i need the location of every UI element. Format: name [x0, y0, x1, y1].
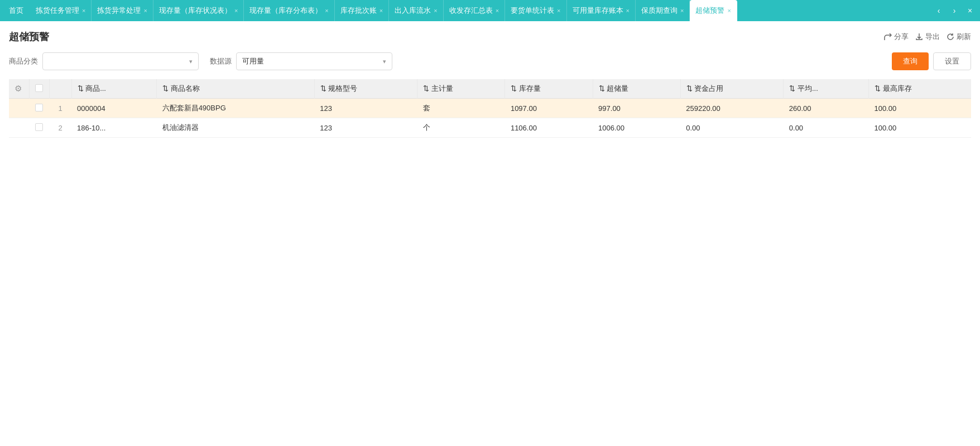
header-actions: 分享 导出 刷新	[884, 32, 971, 42]
product-category-label: 商品分类	[9, 56, 38, 66]
row-checkbox-cell	[29, 99, 49, 118]
nav-home[interactable]: 首页	[2, 6, 30, 16]
close-tab-10[interactable]: ×	[727, 7, 731, 14]
col-header-spec[interactable]: ⇅ 规格型号	[314, 79, 417, 99]
row-index-0: 1	[49, 99, 71, 118]
table-body: 1 0000004 六配套新昌490BPG 123 套 1097.00 997.…	[9, 99, 971, 138]
row-unit-0: 套	[417, 99, 505, 118]
row-checkbox-0[interactable]	[35, 104, 43, 112]
share-button[interactable]: 分享	[884, 32, 909, 42]
nav-tab-5[interactable]: 出入库流水 ×	[389, 0, 443, 21]
row-max-stock-0: 100.00	[868, 99, 971, 118]
col-header-product-code[interactable]: ⇅ 商品...	[71, 79, 157, 99]
table-row: 1 0000004 六配套新昌490BPG 123 套 1097.00 997.…	[9, 99, 971, 118]
row-product-code-1: 186-10...	[71, 118, 157, 138]
col-header-unit[interactable]: ⇅ 主计量	[417, 79, 505, 99]
close-tab-0[interactable]: ×	[82, 7, 85, 14]
product-category-select[interactable]: ▾	[42, 52, 199, 70]
export-icon	[915, 33, 923, 41]
col-header-over-stock[interactable]: ⇅ 超储量	[593, 79, 680, 99]
col-header-max-stock[interactable]: ⇅ 最高库存	[868, 79, 971, 99]
filter-area: 商品分类 ▾ 数据源 可用量 ▾ 查询 设置	[9, 52, 971, 70]
row-max-stock-1: 100.00	[868, 118, 971, 138]
close-tab-2[interactable]: ×	[234, 7, 238, 14]
row-stock-1: 1106.00	[505, 118, 593, 138]
row-spec-1: 123	[314, 118, 417, 138]
col-header-checkbox	[29, 79, 49, 99]
nav-tab-6[interactable]: 收发存汇总表 ×	[444, 0, 505, 21]
row-checkbox-cell	[29, 118, 49, 138]
datasource-select[interactable]: 可用量 ▾	[236, 52, 392, 70]
row-stock-0: 1097.00	[505, 99, 593, 118]
data-table: ⚙ ⇅ 商品... ⇅ 商品名称 ⇅ 规格型号 ⇅ 主计量	[9, 79, 971, 138]
nav-tab-7[interactable]: 要货单统计表 ×	[505, 0, 566, 21]
close-tab-5[interactable]: ×	[434, 7, 437, 14]
close-tab-3[interactable]: ×	[325, 7, 328, 14]
row-over-stock-1: 1006.00	[593, 118, 680, 138]
settings-button[interactable]: 设置	[933, 52, 971, 70]
nav-arrow-left[interactable]: ‹	[931, 0, 947, 21]
gear-icon[interactable]: ⚙	[15, 84, 22, 93]
chevron-down-icon: ▾	[189, 58, 193, 65]
select-all-checkbox[interactable]	[35, 84, 43, 92]
refresh-button[interactable]: 刷新	[947, 32, 971, 42]
row-unit-1: 个	[417, 118, 505, 138]
table-row: 2 186-10... 机油滤清器 123 个 1106.00 1006.00 …	[9, 118, 971, 138]
close-tab-7[interactable]: ×	[557, 7, 560, 14]
nav-tab-9[interactable]: 保质期查询 ×	[636, 0, 690, 21]
page-title: 超储预警	[9, 30, 49, 43]
share-icon	[884, 33, 892, 41]
table-header-row: ⚙ ⇅ 商品... ⇅ 商品名称 ⇅ 规格型号 ⇅ 主计量	[9, 79, 971, 99]
query-button[interactable]: 查询	[892, 52, 929, 70]
refresh-icon	[947, 33, 954, 41]
nav-tab-3[interactable]: 现存量（库存分布表） ×	[244, 0, 334, 21]
col-header-avg[interactable]: ⇅ 平均...	[784, 79, 869, 99]
row-capital-0: 259220.00	[680, 99, 784, 118]
col-header-settings: ⚙	[9, 79, 29, 99]
row-product-name-1: 机油滤清器	[157, 118, 315, 138]
row-avg-1: 0.00	[784, 118, 869, 138]
close-tab-8[interactable]: ×	[626, 7, 630, 14]
row-avg-0: 260.00	[784, 99, 869, 118]
close-tab-6[interactable]: ×	[496, 7, 499, 14]
row-checkbox-1[interactable]	[35, 123, 43, 131]
nav-tab-8[interactable]: 可用量库存账本 ×	[567, 0, 636, 21]
nav-tab-2[interactable]: 现存量（库存状况表） ×	[153, 0, 244, 21]
nav-tab-1[interactable]: 拣货异常处理 ×	[92, 0, 153, 21]
row-product-name-0: 六配套新昌490BPG	[157, 99, 315, 118]
datasource-label: 数据源	[210, 56, 232, 66]
nav-arrow-close[interactable]: ×	[962, 0, 978, 21]
row-index-1: 2	[49, 118, 71, 138]
col-header-product-name[interactable]: ⇅ 商品名称	[157, 79, 315, 99]
nav-arrows: ‹ › ×	[931, 0, 978, 21]
row-settings-cell	[9, 99, 29, 118]
row-over-stock-0: 997.00	[593, 99, 680, 118]
row-settings-cell	[9, 118, 29, 138]
nav-arrow-right[interactable]: ›	[947, 0, 962, 21]
close-tab-9[interactable]: ×	[680, 7, 684, 14]
col-header-stock[interactable]: ⇅ 库存量	[505, 79, 593, 99]
top-nav: 首页 拣货任务管理 × 拣货异常处理 × 现存量（库存状况表） × 现存量（库存…	[0, 0, 980, 21]
filter-product-category: 商品分类 ▾	[9, 52, 199, 70]
close-tab-1[interactable]: ×	[143, 7, 147, 14]
col-header-capital[interactable]: ⇅ 资金占用	[680, 79, 784, 99]
row-product-code-0: 0000004	[71, 99, 157, 118]
nav-tab-10[interactable]: 超储预警 ×	[690, 0, 737, 21]
close-tab-4[interactable]: ×	[379, 7, 383, 14]
row-spec-0: 123	[314, 99, 417, 118]
col-header-index	[49, 79, 71, 99]
page-header: 超储预警 分享 导出 刷新	[9, 30, 971, 43]
export-button[interactable]: 导出	[915, 32, 940, 42]
row-capital-1: 0.00	[680, 118, 784, 138]
nav-tab-4[interactable]: 库存批次账 ×	[335, 0, 389, 21]
nav-tab-0[interactable]: 拣货任务管理 ×	[30, 0, 92, 21]
filter-datasource: 数据源 可用量 ▾	[210, 52, 392, 70]
filter-actions: 查询 设置	[892, 52, 971, 70]
main-content: 超储预警 分享 导出 刷新	[0, 21, 980, 446]
chevron-down-icon-2: ▾	[383, 58, 386, 65]
